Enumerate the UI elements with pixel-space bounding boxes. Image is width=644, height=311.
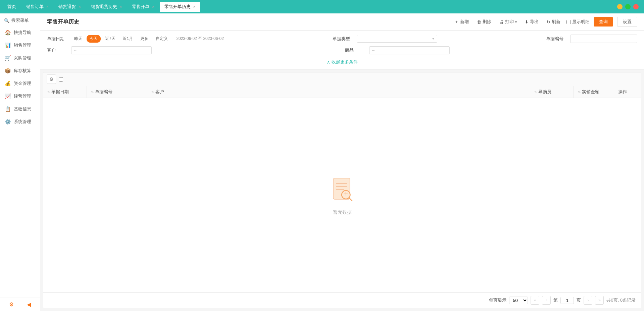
display-detail-checkbox[interactable] [566,20,571,24]
tab-sales-return[interactable]: 销货退货 × [54,2,85,12]
th-num[interactable]: ⇅ 单据编号 [87,86,147,98]
window-maximize-btn[interactable] [625,4,631,9]
search-icon: 🔍 [4,18,9,23]
delete-label: 删除 [483,19,491,25]
sidebar-item-sales-mgmt-label: 销售管理 [14,42,31,48]
page-label: 第 [553,297,558,303]
doc-num-label: 单据编号 [546,36,565,42]
export-label: 导出 [530,19,539,25]
tab-retail-open-history[interactable]: 零售开单历史 × [160,2,200,12]
sidebar-item-sales-mgmt[interactable]: 📊 销售管理 [0,39,40,52]
page-suffix: 页 [577,297,581,303]
box-icon: 📦 [5,68,11,74]
filter-row-2: 客户 ··· 商品 ··· [47,46,637,54]
product-dots: ··· [372,48,376,53]
sidebar-item-system[interactable]: ⚙️ 系统管理 [0,115,40,128]
tab-retail-open-history-close[interactable]: × [193,5,195,9]
tab-sales-return-history[interactable]: 销货退货历史 × [86,2,127,12]
sidebar-item-operations[interactable]: 📈 经营管理 [0,90,40,103]
th-amount[interactable]: ⇅ 实销金额 [574,86,614,98]
tab-home[interactable]: 首页 [3,2,21,12]
per-page-select[interactable]: 10 20 50 100 [509,297,528,304]
sidebar-item-purchase-mgmt[interactable]: 🛒 采购管理 [0,52,40,64]
tab-home-label: 首页 [7,4,16,10]
collapse-btn[interactable]: ∧ 收起更多条件 [327,59,358,65]
table-select-all-checkbox[interactable] [59,77,63,82]
th-customer[interactable]: ⇅ 客户 [147,86,530,98]
date-btn-last1m[interactable]: 近1月 [120,35,136,43]
page-title: 零售开单历史 [47,18,79,25]
sidebar-item-basic-info[interactable]: 📋 基础信息 [0,103,40,115]
tab-sales-return-history-label: 销货退货历史 [91,4,117,10]
th-customer-sort-icon: ⇅ [151,90,154,94]
page-last-btn[interactable]: » [595,296,604,305]
add-icon: ＋ [454,19,459,25]
main-layout: 🔍 搜索采单 🏠 快捷导航 📊 销售管理 🛒 采购管理 📦 库存核算 💰 资金管… [0,13,644,311]
th-amount-label: 实销金额 [582,89,599,95]
th-date-sort-icon: ⇅ [47,90,50,94]
sidebar-search[interactable]: 🔍 搜索采单 [0,13,40,26]
window-controls [617,4,641,9]
export-button[interactable]: ⬇ 导出 [523,17,541,26]
th-guide-label: 导购员 [538,89,551,95]
refresh-button[interactable]: ↻ 刷新 [545,17,562,26]
date-btn-more[interactable]: 更多 [137,35,151,43]
window-minimize-btn[interactable] [617,4,623,9]
sidebar-item-quick-nav[interactable]: 🏠 快捷导航 [0,26,40,39]
pagination: 每页显示 10 20 50 100 « ‹ 第 页 › » 共0页, 0条记录 [43,292,641,308]
tab-retail-open-history-label: 零售开单历史 [164,4,191,10]
date-btn-today[interactable]: 今天 [87,35,101,43]
collapse-row: ∧ 收起更多条件 [47,58,637,65]
tab-sales-order-close[interactable]: × [46,5,48,9]
th-date[interactable]: ⇅ 单据日期 [43,86,87,98]
empty-icon [327,175,357,205]
add-button[interactable]: ＋ 新增 [452,17,471,26]
doc-num-input[interactable] [570,35,637,43]
print-arrow-icon: ▾ [515,20,517,24]
collapse-sidebar-btn[interactable]: ◀ [27,301,31,308]
customer-select[interactable]: ··· [71,46,152,54]
th-num-sort-icon: ⇅ [91,90,94,94]
th-guide[interactable]: ⇅ 导购员 [530,86,574,98]
tab-sales-order[interactable]: 销售订单 × [21,2,53,12]
table-settings-btn[interactable]: ⚙ [47,74,56,84]
page-next-btn[interactable]: › [584,296,592,305]
delete-button[interactable]: 🗑 删除 [475,17,493,26]
date-btn-yesterday[interactable]: 昨天 [71,35,85,43]
date-btn-custom[interactable]: 自定义 [153,35,171,43]
tab-retail-open-close[interactable]: × [152,5,154,9]
query-button[interactable]: 查询 [594,17,613,27]
money-icon: 💰 [5,81,11,87]
page-prev-btn[interactable]: ‹ [542,296,551,305]
tab-sales-return-close[interactable]: × [79,5,81,9]
print-button[interactable]: 🖨 打印 ▾ [497,17,519,26]
page-num-input[interactable] [560,297,574,304]
doc-type-select[interactable]: ▾ [357,35,437,43]
sidebar-item-system-label: 系统管理 [14,119,31,125]
page-total: 共0页, 0条记录 [606,297,636,303]
settings-button[interactable]: 设置 [617,17,637,27]
table-header: ⇅ 单据日期 ⇅ 单据编号 ⇅ 客户 ⇅ 导购员 ⇅ 实销金额 [43,86,641,98]
tab-retail-open[interactable]: 零售开单 × [127,2,159,12]
window-close-btn[interactable] [633,4,639,9]
page-first-btn[interactable]: « [531,296,539,305]
empty-illustration [327,173,357,207]
tab-sales-return-history-close[interactable]: × [120,5,122,9]
display-detail-toggle[interactable]: 显示明细 [566,19,590,25]
date-btn-last7[interactable]: 近7天 [102,35,118,43]
page-header: 零售开单历史 ＋ 新增 🗑 删除 🖨 打印 ▾ ⬇ 导出 [40,13,644,31]
table-section: ⚙ ⇅ 单据日期 ⇅ 单据编号 ⇅ 客户 ⇅ 导购员 [43,72,641,308]
sidebar-item-finance[interactable]: 💰 资金管理 [0,77,40,90]
sidebar-item-inventory[interactable]: 📦 库存核算 [0,64,40,77]
th-customer-label: 客户 [155,89,164,95]
sidebar: 🔍 搜索采单 🏠 快捷导航 📊 销售管理 🛒 采购管理 📦 库存核算 💰 资金管… [0,13,40,311]
print-icon: 🖨 [499,19,504,24]
add-label: 新增 [460,19,469,25]
settings-bottom-btn[interactable]: ⚙ [9,301,14,308]
sidebar-item-inventory-label: 库存核算 [14,68,31,74]
date-label: 单据日期 [47,36,66,42]
customer-dots: ··· [74,48,78,53]
th-op-label: 操作 [618,89,627,95]
product-select[interactable]: ··· [369,46,450,54]
display-detail-label: 显示明细 [572,19,590,25]
